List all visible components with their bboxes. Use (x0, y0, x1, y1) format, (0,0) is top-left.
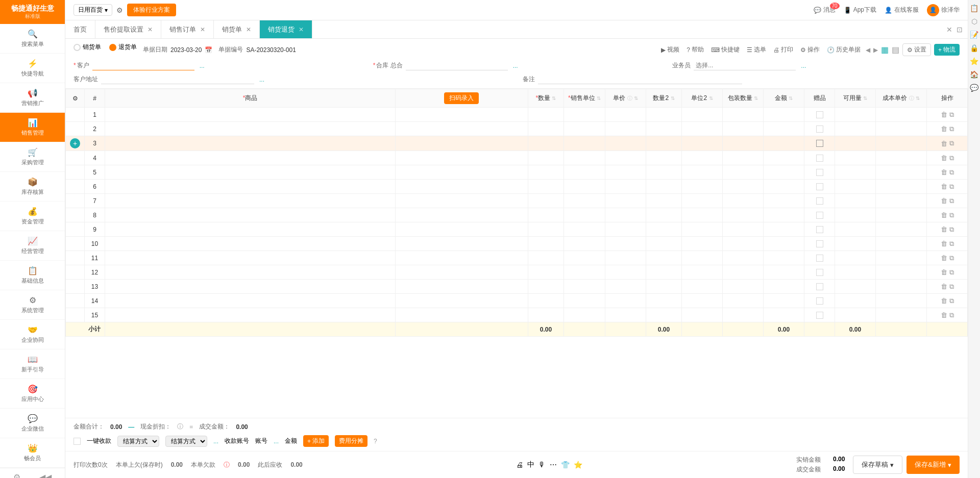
sidebar-item-newbie[interactable]: 📖 新手引导 (0, 349, 65, 379)
gift-checkbox[interactable] (816, 155, 823, 162)
delete-row-icon[interactable]: 🗑 (941, 268, 947, 276)
delete-row-icon[interactable]: 🗑 (941, 197, 947, 205)
add-fee-button[interactable]: + 添加 (303, 435, 329, 447)
one-click-payment-checkbox[interactable] (74, 438, 81, 445)
col-settings-header[interactable]: ⚙ (66, 89, 85, 108)
row-price[interactable] (605, 136, 646, 151)
sidebar-item-system[interactable]: ⚙ 系统管理 (0, 290, 65, 320)
sidebar-item-purchase[interactable]: 🛒 采购管理 (0, 142, 65, 172)
row-goods[interactable] (105, 194, 396, 208)
gift-checkbox[interactable] (816, 212, 823, 219)
row-qty2[interactable] (646, 108, 682, 122)
row-price[interactable] (605, 108, 646, 122)
delete-row-icon[interactable]: 🗑 (941, 211, 947, 219)
row-qty2[interactable] (646, 122, 682, 136)
row-unit2[interactable] (682, 108, 723, 122)
row-goods[interactable] (105, 294, 396, 308)
fee-help-icon[interactable]: ? (374, 438, 377, 445)
history-btn[interactable]: 🕐 历史单据 (825, 44, 863, 55)
copy-row-icon[interactable]: ⧉ (949, 168, 954, 177)
sidebar-item-inventory[interactable]: 📦 库存核算 (0, 172, 65, 202)
row-qty[interactable] (528, 122, 564, 136)
gear-button[interactable]: ⚙ (116, 6, 123, 14)
sidebar-collapse-btn[interactable]: ◀◀ (39, 472, 52, 478)
address-dots[interactable]: ... (259, 76, 264, 83)
side-icon-5[interactable]: ⭐ (968, 55, 980, 67)
scan-input-button[interactable]: 扫码录入 (444, 92, 479, 104)
copy-row-icon[interactable]: ⧉ (949, 139, 954, 147)
side-icon-4[interactable]: 🔒 (968, 42, 980, 54)
gift-checkbox[interactable] (816, 297, 823, 305)
copy-row-icon[interactable]: ⧉ (949, 268, 954, 276)
tab-sales[interactable]: 销货单 ✕ (214, 20, 260, 38)
row-add-btn[interactable]: + (66, 136, 85, 151)
calculation-method-select[interactable]: 结算方式 (165, 436, 207, 447)
col-scan-header[interactable]: 扫码录入 (395, 89, 528, 108)
operate-btn[interactable]: ⚙ 操作 (798, 44, 822, 55)
side-icon-6[interactable]: 🏠 (968, 68, 980, 81)
side-icon-2[interactable]: ⬡ (969, 15, 979, 28)
copy-row-icon[interactable]: ⧉ (949, 225, 954, 234)
goods-input[interactable] (109, 140, 391, 147)
add-logistics-btn[interactable]: + 物流 (934, 44, 960, 56)
row-goods[interactable] (105, 280, 396, 294)
delete-row-icon[interactable]: 🗑 (941, 297, 947, 305)
gift-checkbox[interactable] (816, 125, 823, 133)
copy-row-icon[interactable]: ⧉ (949, 311, 954, 319)
delete-row-icon[interactable]: 🗑 (941, 311, 947, 319)
grid-view1-btn[interactable]: ▦ (881, 45, 889, 55)
row-pkgqty[interactable] (723, 136, 764, 151)
sidebar-item-search[interactable]: 🔍 搜索菜单 (0, 24, 65, 54)
tab-home[interactable]: 首页 (65, 20, 95, 38)
salesperson-dots[interactable]: ... (801, 62, 806, 69)
copy-row-icon[interactable]: ⧉ (949, 283, 954, 291)
row-goods[interactable] (105, 122, 396, 136)
select-order-btn[interactable]: ☰ 选单 (745, 44, 768, 55)
row-price[interactable] (605, 122, 646, 136)
delete-row-icon[interactable]: 🗑 (941, 168, 947, 176)
delete-row-icon[interactable]: 🗑 (941, 125, 947, 133)
sidebar-item-appcenter[interactable]: 🎯 应用中心 (0, 379, 65, 409)
prev-record-btn[interactable]: ◀ (866, 46, 870, 54)
settlement-method-select[interactable]: 结算方式 (117, 436, 159, 447)
row-gift[interactable] (804, 122, 835, 136)
radio-sales[interactable]: 销货单 (74, 43, 101, 52)
add-row-button[interactable]: + (70, 138, 80, 148)
row-amount[interactable] (764, 108, 804, 122)
gift-checkbox[interactable] (816, 269, 823, 276)
side-icon-3[interactable]: 📝 (968, 29, 980, 41)
user-menu-button[interactable]: 👤 徐泽华 (927, 4, 960, 16)
save-draft-button[interactable]: 保存草稿 ▾ (853, 456, 902, 474)
tab-close-icon[interactable]: ✕ (148, 26, 153, 33)
copy-row-icon[interactable]: ⧉ (949, 111, 954, 119)
row-qty2[interactable] (646, 136, 682, 151)
customer-input[interactable] (92, 61, 194, 70)
notification-button[interactable]: 💬 消息 70 (814, 6, 836, 14)
gift-checkbox[interactable] (816, 312, 823, 319)
row-goods[interactable] (105, 165, 396, 180)
delete-row-icon[interactable]: 🗑 (941, 225, 947, 233)
gift-checkbox[interactable] (816, 283, 823, 290)
row-amount[interactable] (764, 122, 804, 136)
row-avail[interactable] (835, 122, 876, 136)
row-unit[interactable] (564, 122, 605, 136)
row-unit[interactable] (564, 136, 605, 151)
row-goods[interactable] (105, 180, 396, 194)
address-input[interactable] (101, 74, 254, 84)
video-btn[interactable]: ▶ 视频 (659, 44, 681, 55)
gift-checkbox[interactable] (816, 197, 823, 205)
print-btn[interactable]: 🖨 打印 (771, 44, 795, 55)
row-qty[interactable] (528, 136, 564, 151)
row-goods[interactable] (105, 151, 396, 165)
row-unit2[interactable] (682, 122, 723, 136)
remark-input[interactable] (538, 74, 742, 84)
delete-row-icon[interactable]: 🗑 (941, 140, 947, 147)
online-service-button[interactable]: 👤 在线客服 (885, 6, 919, 14)
row-avail[interactable] (835, 136, 876, 151)
sidebar-item-basic-info[interactable]: 📋 基础信息 (0, 261, 65, 290)
row-gift[interactable] (804, 136, 835, 151)
module-selector[interactable]: 日用百货 ▾ (74, 4, 112, 16)
delete-row-icon[interactable]: 🗑 (941, 283, 947, 290)
tab-close-icon[interactable]: ✕ (200, 26, 205, 33)
help-btn[interactable]: ? 帮助 (684, 44, 706, 55)
